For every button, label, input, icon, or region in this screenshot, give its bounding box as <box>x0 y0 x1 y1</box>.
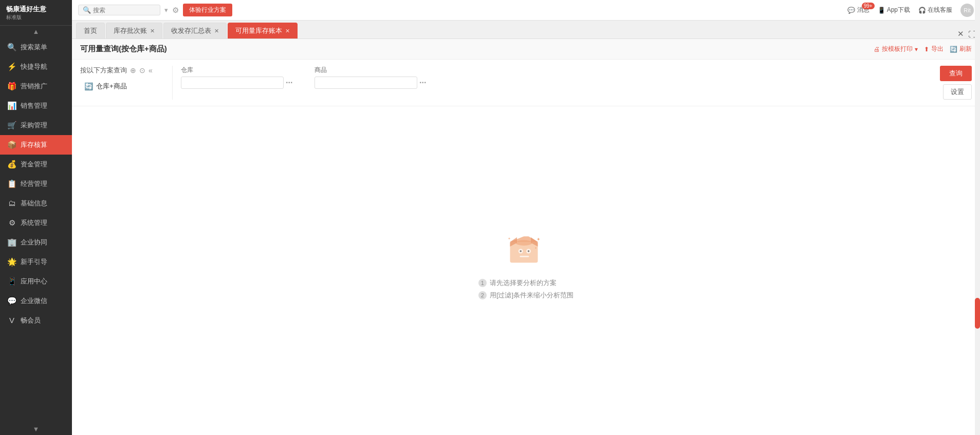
avatar: Rit <box>960 4 974 17</box>
page-header-actions: 🖨 按模板打印 ▾ ⬆ 导出 🔄 刷新 <box>874 45 972 53</box>
goods-input-row: ··· <box>315 77 438 89</box>
warehouse-more-icon[interactable]: ··· <box>286 78 292 87</box>
tab-available-qty[interactable]: 可用量库存账本 ✕ <box>228 23 298 39</box>
money-icon: 💰 <box>7 160 16 169</box>
filter-right: 仓库 ··· 商品 ··· 查询 设置 <box>181 66 972 100</box>
printer-icon: 🖨 <box>874 46 880 53</box>
svg-point-4 <box>515 240 532 245</box>
sidebar-item-label: 搜索菜单 <box>21 43 47 52</box>
mobile-icon: 📱 <box>7 277 16 286</box>
tabbar: 首页 库存批次账 ✕ 收发存汇总表 ✕ 可用量库存账本 ✕ ✕ ⛶ <box>72 21 980 39</box>
empty-icon: ✦ ✦ ✦ <box>501 221 552 272</box>
template-print-label: 按模板打印 <box>882 45 913 53</box>
refresh-button[interactable]: 🔄 刷新 <box>950 45 972 53</box>
main-area: 🔍 ▾ ⚙ 体验行业方案 💬 消息 99+ 📱 App下载 🎧 在线客服 Rit <box>72 0 980 435</box>
logo-text: 畅康通好生意 <box>6 5 66 14</box>
message-badge: 99+ <box>862 3 875 9</box>
search-icon: 🔍 <box>83 6 91 14</box>
topbar: 🔍 ▾ ⚙ 体验行业方案 💬 消息 99+ 📱 App下载 🎧 在线客服 Rit <box>72 0 980 21</box>
tab-collect-summary[interactable]: 收发存汇总表 ✕ <box>163 23 227 39</box>
sidebar-item-sales[interactable]: 📊 销售管理 <box>0 96 72 116</box>
mobile-icon: 📱 <box>878 7 885 14</box>
tab-close-icon[interactable]: ✕ <box>214 28 219 34</box>
add-scheme-icon[interactable]: ⊕ <box>130 66 136 74</box>
clipboard-icon: 📋 <box>7 179 16 188</box>
tab-close-icon[interactable]: ✕ <box>285 28 290 34</box>
message-icon: 💬 <box>847 7 855 14</box>
scrollbar-thumb[interactable] <box>975 298 980 329</box>
svg-text:✦: ✦ <box>508 236 511 241</box>
tab-available-label: 可用量库存账本 <box>235 26 282 35</box>
online-service-button[interactable]: 🎧 在线客服 <box>918 6 952 14</box>
scroll-up-arrow[interactable]: ▲ <box>0 26 72 37</box>
tab-batch-account[interactable]: 库存批次账 ✕ <box>106 23 162 39</box>
search-input[interactable] <box>93 7 155 14</box>
sidebar-item-finance[interactable]: 💰 资金管理 <box>0 155 72 174</box>
filter-actions: 查询 设置 <box>939 66 972 100</box>
svg-text:✦: ✦ <box>536 237 540 242</box>
scheme-settings-icon[interactable]: ⊙ <box>139 66 145 74</box>
user-info-button[interactable]: Rit <box>960 4 974 17</box>
building-icon: 🏢 <box>7 238 16 247</box>
chat-icon: 💬 <box>7 296 16 306</box>
message-button[interactable]: 💬 消息 99+ <box>847 6 870 14</box>
page-header: 可用量查询(按仓库+商品) 🖨 按模板打印 ▾ ⬆ 导出 🔄 刷新 <box>72 39 980 60</box>
query-button[interactable]: 查询 <box>940 66 972 81</box>
export-label: 导出 <box>931 45 944 53</box>
sidebar-item-label: 系统管理 <box>21 218 47 228</box>
filter-field-goods: 商品 ··· <box>315 66 438 89</box>
scheme-item-warehouse-goods[interactable]: 🔄 仓库+商品 <box>80 79 166 93</box>
chevron-down-icon: ▾ <box>915 46 918 53</box>
tab-collect-label: 收发存汇总表 <box>171 26 211 35</box>
topbar-search-box[interactable]: 🔍 <box>78 5 160 15</box>
tab-batch-label: 库存批次账 <box>114 26 147 35</box>
chevron-down-icon: ▾ <box>164 6 168 14</box>
settings-gear-icon[interactable]: ⚙ <box>172 6 179 15</box>
search-icon: 🔍 <box>7 43 16 52</box>
inventory-icon: 📦 <box>7 140 16 149</box>
page-title: 可用量查询(按仓库+商品) <box>80 44 167 54</box>
sidebar-item-enterprise[interactable]: 🏢 企业协同 <box>0 233 72 252</box>
sidebar-item-newguide[interactable]: 🌟 新手引导 <box>0 252 72 272</box>
sidebar-item-label: 经营管理 <box>21 179 47 188</box>
sidebar-item-label: 快捷导航 <box>21 62 47 71</box>
tab-close-icon[interactable]: ✕ <box>150 28 155 34</box>
sidebar-item-shortcut[interactable]: ⚡ 快捷导航 <box>0 57 72 77</box>
sidebar-item-purchase[interactable]: 🛒 采购管理 <box>0 116 72 135</box>
export-button[interactable]: ⬆ 导出 <box>924 45 944 53</box>
sidebar-item-search[interactable]: 🔍 搜索菜单 <box>0 37 72 57</box>
sidebar-item-label: 畅会员 <box>21 316 41 325</box>
refresh-icon: 🔄 <box>950 46 957 53</box>
tab-home[interactable]: 首页 <box>76 23 105 39</box>
sidebar-item-operation[interactable]: 📋 经营管理 <box>0 174 72 194</box>
star-icon: 🌟 <box>7 257 16 267</box>
warehouse-input[interactable] <box>181 77 284 89</box>
filter-area: 按以下方案查询 ⊕ ⊙ « 🔄 仓库+商品 仓库 ··· <box>72 60 980 106</box>
industry-solution-button[interactable]: 体验行业方案 <box>183 4 232 16</box>
sidebar-item-member[interactable]: V 畅会员 <box>0 311 72 330</box>
template-print-button[interactable]: 🖨 按模板打印 ▾ <box>874 45 918 53</box>
sidebar-item-basic[interactable]: 🗂 基础信息 <box>0 194 72 213</box>
sidebar-item-label: 应用中心 <box>21 277 47 286</box>
settings-button[interactable]: 设置 <box>943 84 972 100</box>
tip-num-1: 1 <box>478 279 487 287</box>
collapse-icon[interactable]: « <box>149 66 153 74</box>
scheme-rotate-icon: 🔄 <box>84 82 93 90</box>
scroll-down-arrow[interactable]: ▼ <box>0 423 72 435</box>
goods-input[interactable] <box>315 77 417 89</box>
goods-more-icon[interactable]: ··· <box>419 78 426 87</box>
sidebar-item-inventory[interactable]: 📦 库存核算 <box>0 135 72 155</box>
app-download-button[interactable]: 📱 App下载 <box>878 6 910 14</box>
sidebar-item-corpwx[interactable]: 💬 企业微信 <box>0 291 72 311</box>
sidebar-item-system[interactable]: ⚙ 系统管理 <box>0 213 72 233</box>
tab-home-label: 首页 <box>84 26 97 35</box>
sidebar-item-marketing[interactable]: 🎁 营销推广 <box>0 77 72 96</box>
scheme-item-label: 仓库+商品 <box>96 82 127 91</box>
tip-row-2: 2 用[过滤]条件来缩小分析范围 <box>478 291 574 300</box>
gift-icon: 🎁 <box>7 82 16 91</box>
close-window-icon[interactable]: ✕ <box>957 29 964 39</box>
sidebar-item-appcenter[interactable]: 📱 应用中心 <box>0 272 72 291</box>
sidebar-item-label: 基础信息 <box>21 199 47 208</box>
chart-icon: 📊 <box>7 101 16 110</box>
right-scrollbar[interactable] <box>975 0 980 435</box>
